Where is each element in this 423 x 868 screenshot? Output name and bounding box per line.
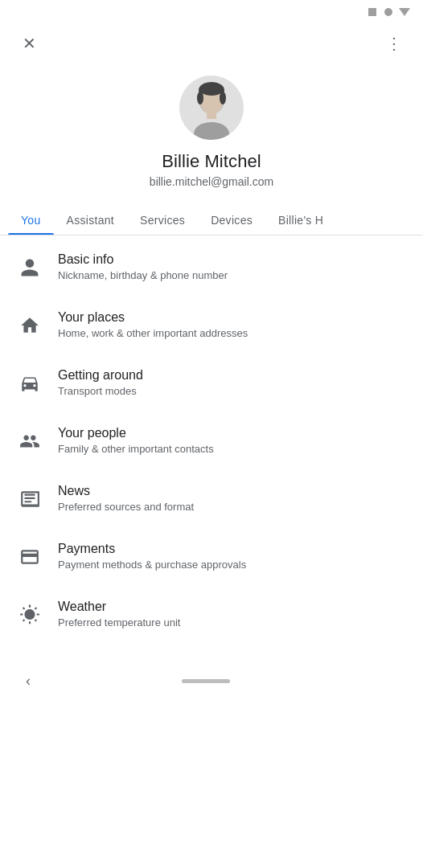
getting-around-subtitle: Transport modes [58,384,404,399]
weather-title: Weather [58,600,404,614]
getting-around-title: Getting around [58,368,404,383]
weather-subtitle: Preferred temperature unit [58,616,404,630]
your-people-text: Your people Family & other important con… [58,426,404,457]
menu-item-your-people[interactable]: Your people Family & other important con… [0,412,423,470]
your-places-title: Your places [58,310,404,325]
basic-info-subtitle: Nickname, birthday & phone number [58,268,404,283]
triangle-icon [399,8,410,16]
svg-point-8 [197,92,203,104]
news-text: News Preferred sources and format [58,484,404,514]
tab-billies-h[interactable]: Billie's H [265,204,336,235]
tabs-row: You Assistant Services Devices Billie's … [8,204,415,235]
news-title: News [58,484,404,498]
tab-devices[interactable]: Devices [198,204,265,235]
avatar [179,76,244,140]
menu-list: Basic info Nickname, birthday & phone nu… [0,235,423,647]
profile-section: Billie Mitchel billie.mitchel@gmail.com [0,69,423,204]
menu-item-payments[interactable]: Payments Payment methods & purchase appr… [0,528,423,586]
tab-assistant[interactable]: Assistant [54,204,128,235]
svg-point-10 [200,84,223,96]
top-controls: ✕ ⋮ [0,21,423,69]
close-button[interactable]: ✕ [13,27,45,59]
bottom-bar: ‹ [0,663,423,696]
payments-text: Payments Payment methods & purchase appr… [58,542,404,572]
people-icon [19,431,58,452]
menu-item-basic-info[interactable]: Basic info Nickname, birthday & phone nu… [0,239,423,297]
getting-around-text: Getting around Transport modes [58,368,404,399]
your-people-title: Your people [58,426,404,440]
weather-text: Weather Preferred temperature unit [58,600,404,630]
tab-services[interactable]: Services [127,204,198,235]
home-icon [19,315,58,336]
payments-title: Payments [58,542,404,556]
menu-item-your-places[interactable]: Your places Home, work & other important… [0,297,423,354]
more-button[interactable]: ⋮ [378,27,410,59]
weather-icon [19,604,58,625]
news-subtitle: Preferred sources and format [58,500,404,514]
menu-item-getting-around[interactable]: Getting around Transport modes [0,354,423,412]
your-people-subtitle: Family & other important contacts [58,442,404,457]
profile-email: billie.mitchel@gmail.com [150,175,273,188]
tabs-container: You Assistant Services Devices Billie's … [0,204,423,235]
square-icon [367,6,378,18]
your-places-text: Your places Home, work & other important… [58,310,404,341]
car-icon [19,373,58,394]
menu-item-news[interactable]: News Preferred sources and format [0,470,423,528]
tab-you[interactable]: You [8,204,54,235]
basic-info-text: Basic info Nickname, birthday & phone nu… [58,252,404,283]
news-icon [19,489,58,510]
svg-point-9 [220,92,226,104]
menu-item-weather[interactable]: Weather Preferred temperature unit [0,586,423,644]
svg-rect-0 [368,8,376,16]
svg-point-1 [384,8,392,16]
svg-marker-2 [399,8,410,16]
back-button[interactable]: ‹ [26,673,31,690]
more-icon: ⋮ [386,34,402,53]
bottom-handle [182,679,230,683]
person-icon [19,257,58,278]
payments-subtitle: Payment methods & purchase approvals [58,558,404,572]
basic-info-title: Basic info [58,252,404,267]
svg-rect-11 [207,111,216,119]
avatar-image [179,76,244,140]
circle-icon [383,6,394,18]
profile-name: Billie Mitchel [162,151,261,172]
status-bar [0,0,423,21]
payment-icon [19,547,58,567]
close-icon: ✕ [23,34,36,53]
your-places-subtitle: Home, work & other important addresses [58,326,404,341]
